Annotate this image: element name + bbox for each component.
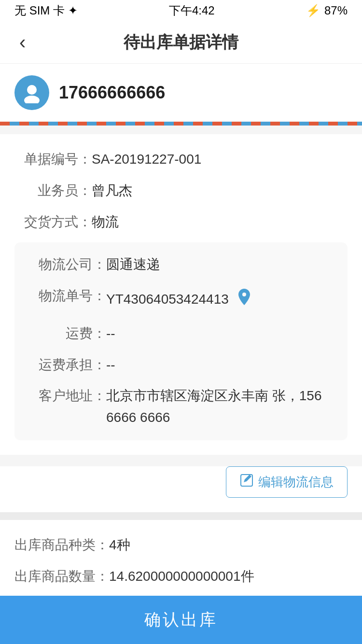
product-type-label: 出库商品种类： xyxy=(14,534,109,556)
tracking-number-value: YT43064053424413 xyxy=(106,285,333,313)
svg-point-1 xyxy=(24,96,40,103)
battery-level: 87% xyxy=(324,4,348,17)
product-type-value: 4种 xyxy=(109,534,348,556)
freight-bear-label: 运费承担： xyxy=(29,354,106,376)
status-left: 无 SIM 卡 ✦ xyxy=(14,3,78,18)
confirm-outbound-button[interactable]: 确认出库 xyxy=(144,609,218,631)
freight-bear-value: -- xyxy=(106,354,333,376)
edit-icon xyxy=(240,474,253,490)
logistics-company-label: 物流公司： xyxy=(29,254,106,276)
logistics-company-row: 物流公司： 圆通速递 xyxy=(29,254,333,276)
bottom-bar: 确认出库 xyxy=(0,596,362,644)
status-time: 下午4:42 xyxy=(169,3,215,18)
product-type-row: 出库商品种类： 4种 xyxy=(14,534,348,556)
salesman-row: 业务员： 曾凡杰 xyxy=(14,180,348,202)
section-divider xyxy=(0,512,362,520)
battery-icon: ⚡ xyxy=(306,4,320,17)
back-button[interactable]: ‹ xyxy=(14,27,30,58)
user-phone: 17666666666 xyxy=(59,83,165,103)
basic-info-section: 单据编号： SA-20191227-001 业务员： 曾凡杰 交货方式： 物流 … xyxy=(0,134,362,455)
address-row: 客户地址： 北京市市辖区海淀区永丰南 张，156 6666 6666 xyxy=(29,385,333,429)
product-quantity-label: 出库商品数量： xyxy=(14,566,109,588)
logistics-company-value: 圆通速递 xyxy=(106,254,333,276)
document-number-row: 单据编号： SA-20191227-001 xyxy=(14,149,348,170)
nav-bar: ‹ 待出库单据详情 xyxy=(0,21,362,64)
salesman-value: 曾凡杰 xyxy=(92,180,348,202)
sim-status: 无 SIM 卡 ✦ xyxy=(14,3,78,18)
status-bar: 无 SIM 卡 ✦ 下午4:42 ⚡ 87% xyxy=(0,0,362,21)
page-title: 待出库单据详情 xyxy=(124,31,238,54)
status-right: ⚡ 87% xyxy=(306,4,348,17)
freight-label: 运费： xyxy=(29,323,106,345)
tracking-number-label: 物流单号： xyxy=(29,285,106,307)
outbound-section: 出库商品种类： 4种 出库商品数量： 14.620000000000001件 xyxy=(0,520,362,602)
document-number-label: 单据编号： xyxy=(14,149,92,170)
decorative-divider xyxy=(0,122,362,126)
person-icon xyxy=(21,82,42,103)
product-quantity-row: 出库商品数量： 14.620000000000001件 xyxy=(14,566,348,588)
tracking-number-row: 物流单号： YT43064053424413 xyxy=(29,285,333,313)
freight-value: -- xyxy=(106,323,333,345)
freight-row: 运费： -- xyxy=(29,323,333,345)
product-quantity-value: 14.620000000000001件 xyxy=(109,566,348,588)
salesman-label: 业务员： xyxy=(14,180,92,202)
avatar xyxy=(14,75,49,110)
freight-bear-row: 运费承担： -- xyxy=(29,354,333,376)
document-number-value: SA-20191227-001 xyxy=(92,149,348,170)
logistics-box: 物流公司： 圆通速递 物流单号： YT43064053424413 运费： --… xyxy=(14,242,348,440)
edit-logistics-label: 编辑物流信息 xyxy=(258,474,334,490)
delivery-value: 物流 xyxy=(92,211,348,233)
edit-logistics-button[interactable]: 编辑物流信息 xyxy=(226,466,348,498)
address-value: 北京市市辖区海淀区永丰南 张，156 6666 6666 xyxy=(106,385,333,429)
edit-logistics-row: 编辑物流信息 xyxy=(0,466,362,512)
user-section: 17666666666 xyxy=(0,64,362,122)
delivery-label: 交货方式： xyxy=(14,211,92,233)
svg-point-0 xyxy=(27,85,37,95)
location-icon[interactable] xyxy=(237,285,252,313)
delivery-row: 交货方式： 物流 xyxy=(14,211,348,233)
address-label: 客户地址： xyxy=(29,385,106,407)
